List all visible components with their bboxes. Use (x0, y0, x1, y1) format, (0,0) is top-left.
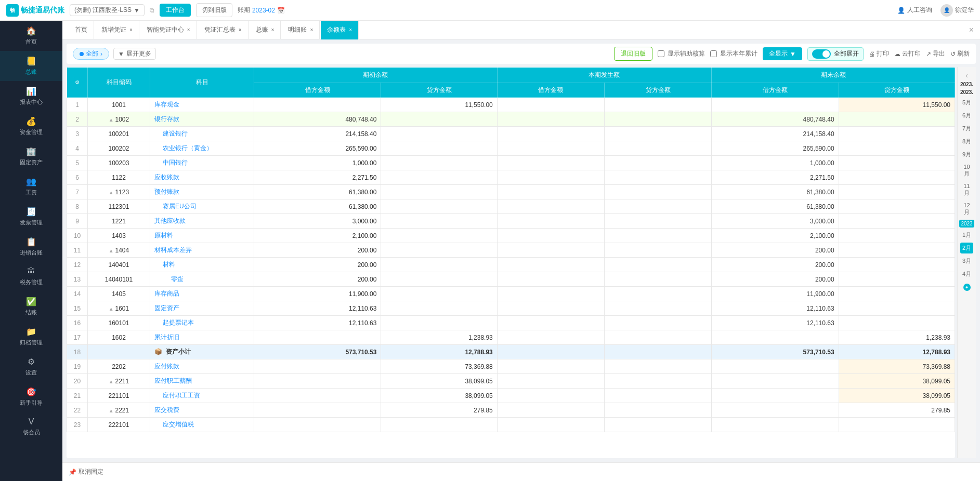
calendar-icon[interactable]: 📅 (277, 7, 285, 14)
tab-new-voucher-close[interactable]: × (129, 27, 133, 33)
sidebar-item-tax[interactable]: 🏛 税务管理 (0, 262, 62, 291)
expand-toggle[interactable] (812, 49, 831, 59)
right-panel-5[interactable]: 5月 (960, 97, 973, 108)
cell-name[interactable]: 赛属EU公司 (150, 199, 254, 214)
refresh-button[interactable]: ↺ 刷新 (950, 49, 970, 58)
name-link[interactable]: 零蛋 (171, 275, 184, 283)
right-panel-1[interactable]: 1月 (960, 230, 973, 240)
user-info[interactable]: 👤 徐淀华 (940, 4, 974, 17)
sidebar-item-member[interactable]: V 畅会员 (0, 412, 62, 442)
sidebar-item-purchase[interactable]: 📋 进销台账 (0, 232, 62, 262)
cell-name[interactable]: 库存商品 (150, 287, 254, 301)
tab-detail-ledger-close[interactable]: × (310, 27, 313, 33)
name-link[interactable]: 农业银行（黄金） (163, 144, 213, 152)
col-config[interactable]: ⚙ (67, 68, 88, 98)
workspace-button[interactable]: 工作台 (160, 4, 191, 17)
name-link[interactable]: 库存现金 (154, 101, 179, 108)
tab-voucher-summary-close[interactable]: × (239, 27, 242, 33)
name-link[interactable]: 其他应收款 (154, 217, 186, 224)
all-button[interactable]: 全部 › (73, 48, 109, 60)
name-link[interactable]: 中国银行 (163, 159, 188, 166)
cell-name[interactable]: 零蛋 (150, 272, 254, 287)
cell-name[interactable]: 应交税费 (150, 403, 254, 418)
name-link[interactable]: 库存商品 (154, 290, 179, 297)
name-link[interactable]: 应收账款 (154, 173, 179, 181)
sidebar-item-settlement[interactable]: ✅ 结账 (0, 291, 62, 322)
tab-balance-sheet[interactable]: 余额表 × (321, 21, 359, 39)
cell-name[interactable]: 应付账款 (150, 359, 254, 374)
cell-name[interactable]: 原材料 (150, 229, 254, 243)
cell-name[interactable]: 固定资产 (150, 301, 254, 316)
sidebar-item-payroll[interactable]: 👥 工资 (0, 171, 62, 202)
back-button[interactable]: 退回旧版 (614, 47, 652, 61)
cell-name[interactable]: 预付账款 (150, 185, 254, 199)
sidebar-item-fixed-assets[interactable]: 🏢 固定资产 (0, 141, 62, 171)
config-icon[interactable]: ⚙ (71, 77, 83, 88)
tab-general-ledger[interactable]: 总账 × (250, 21, 281, 39)
name-link[interactable]: 预付账款 (154, 188, 179, 195)
annual-checkbox[interactable] (710, 50, 717, 57)
right-panel-12[interactable]: 12月 (960, 201, 974, 218)
copy-icon[interactable]: ⧉ (150, 7, 154, 14)
unpin-button[interactable]: 📌 取消固定 (69, 467, 103, 476)
right-panel-9[interactable]: 9月 (960, 149, 973, 160)
name-link[interactable]: 应付职工薪酬 (154, 377, 192, 384)
name-link[interactable]: 材料 (163, 261, 175, 268)
tab-new-voucher[interactable]: 新增凭证 × (95, 21, 139, 39)
name-link[interactable]: 起提票记本 (163, 319, 194, 326)
tab-home[interactable]: 首页 (69, 21, 94, 39)
cell-name[interactable]: 应付职工薪酬 (150, 374, 254, 389)
name-link[interactable]: 应付账款 (154, 363, 179, 370)
name-link[interactable]: 累计折旧 (154, 333, 179, 341)
cell-name[interactable]: 库存现金 (150, 98, 254, 112)
sidebar-item-general-ledger[interactable]: 📒 总账 (0, 51, 62, 81)
assist-checkbox[interactable] (658, 50, 664, 57)
name-link[interactable]: 应交税费 (154, 406, 179, 413)
cell-name[interactable]: 应收账款 (150, 170, 254, 185)
name-link[interactable]: 应交增值税 (163, 421, 194, 428)
right-panel-6[interactable]: 6月 (960, 110, 973, 121)
name-link[interactable]: 赛属EU公司 (163, 203, 197, 210)
cell-name[interactable]: 累计折旧 (150, 330, 254, 345)
right-panel-10[interactable]: 10月 (960, 162, 974, 179)
sidebar-item-asset-mgmt[interactable]: 💰 资金管理 (0, 111, 62, 141)
right-panel-7[interactable]: 7月 (960, 123, 973, 134)
company-selector[interactable]: (勿删) 江西股圣-LSS ▼ (70, 4, 145, 16)
sidebar-item-settings[interactable]: ⚙ 设置 (0, 352, 62, 382)
right-panel-year-2023[interactable]: 2023 (959, 220, 974, 228)
name-link[interactable]: 材料成本差异 (154, 246, 192, 253)
cell-name[interactable]: 应付职工工资 (150, 389, 254, 403)
close-all-icon[interactable]: × (969, 25, 974, 35)
sidebar-item-reports[interactable]: 📊 报表中心 (0, 81, 62, 111)
sidebar-item-archive[interactable]: 📁 归档管理 (0, 322, 62, 352)
right-panel-8[interactable]: 8月 (960, 136, 973, 147)
print-button[interactable]: 🖨 打印 (869, 49, 889, 58)
expand-panel-arrow[interactable]: ‹ (965, 71, 968, 79)
service-link[interactable]: 👤 人工咨询 (897, 6, 932, 15)
tab-general-ledger-close[interactable]: × (271, 27, 275, 33)
switch-button[interactable]: 切到旧版 (196, 3, 232, 17)
full-mode-button[interactable]: 全显示 ▼ (763, 47, 802, 60)
cell-name[interactable]: 中国银行 (150, 156, 254, 170)
cell-name[interactable]: 银行存款 (150, 112, 254, 127)
name-link[interactable]: 银行存款 (154, 115, 179, 123)
export-button[interactable]: ↗ 导出 (926, 49, 945, 58)
sidebar-item-guide[interactable]: 🎯 新手引导 (0, 382, 62, 412)
right-panel-2[interactable]: 2月 (960, 243, 973, 253)
tab-smart-center[interactable]: 智能凭证中心 × (140, 21, 197, 39)
expand-button[interactable]: ▼ 展开更多 (113, 48, 156, 60)
tab-detail-ledger[interactable]: 明细账 × (282, 21, 320, 39)
cell-name[interactable]: 农业银行（黄金） (150, 141, 254, 156)
name-link[interactable]: 原材料 (154, 232, 173, 239)
tab-balance-sheet-close[interactable]: × (349, 27, 352, 33)
sidebar-item-invoice[interactable]: 🧾 发票管理 (0, 202, 62, 232)
name-link[interactable]: 建设银行 (163, 130, 188, 137)
right-panel-11[interactable]: 11月 (960, 181, 974, 198)
cell-name[interactable]: 建设银行 (150, 127, 254, 141)
cell-name[interactable]: 材料 (150, 258, 254, 272)
name-link[interactable]: 固定资产 (154, 304, 179, 312)
panel-circle-btn[interactable]: ● (963, 284, 971, 291)
name-link[interactable]: 应付职工工资 (163, 392, 200, 399)
sidebar-item-home[interactable]: 🏠 首页 (0, 21, 62, 51)
right-panel-3[interactable]: 3月 (960, 256, 973, 266)
